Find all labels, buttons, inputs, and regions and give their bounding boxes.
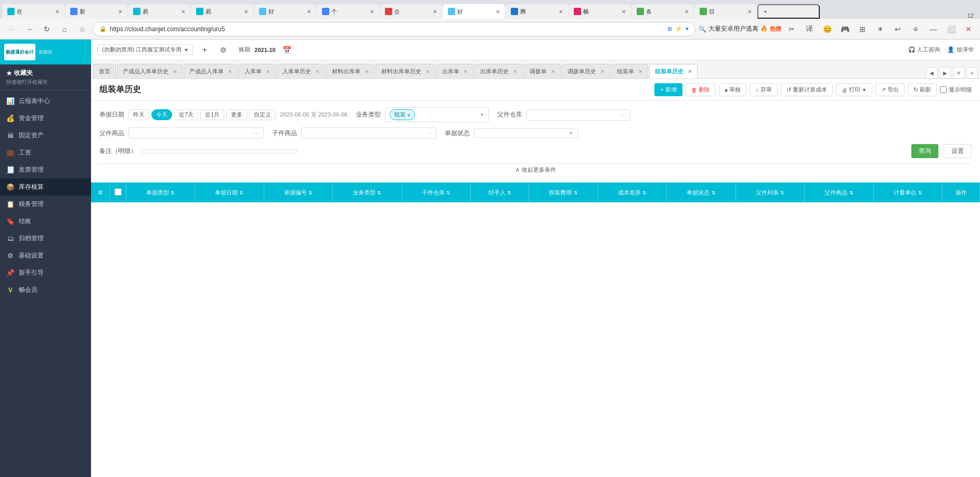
parent-goods-input[interactable]: ··· xyxy=(128,127,264,139)
th-parent-goods-sort[interactable]: ⇅ xyxy=(849,190,854,196)
sidebar-item-archive[interactable]: 🗂 归档管理 xyxy=(0,230,91,247)
new-btn[interactable]: + 新增 xyxy=(654,83,682,96)
sidebar-item-guide[interactable]: 📌 新手引导 xyxy=(0,264,91,281)
th-disassembly-cost[interactable]: 拆装费用 ⇅ xyxy=(529,183,598,202)
tab-menu-btn[interactable]: ≡ xyxy=(966,67,978,79)
page-tab-material-out-history[interactable]: 材料出库单历史 ✕ xyxy=(376,64,435,79)
browser-tab-7[interactable]: 企 ✕ xyxy=(380,4,442,19)
sidebar-item-fixed-assets[interactable]: 🏛 固定资产 xyxy=(0,127,91,144)
th-disassembly-cost-sort[interactable]: ⇅ xyxy=(574,190,578,196)
parent-warehouse-dots[interactable]: ··· xyxy=(621,111,626,119)
tab-close-4[interactable]: ✕ xyxy=(244,9,248,15)
browser-tab-11[interactable]: 各 ✕ xyxy=(631,4,694,19)
th-bill-no[interactable]: 单据编号 ⇅ xyxy=(264,183,333,202)
tab-close-transfer[interactable]: ✕ xyxy=(551,69,555,74)
company-selector[interactable]: (勿删勿禁用) 江西服宝测试专用 ▼ xyxy=(97,44,193,55)
child-goods-dots[interactable]: ··· xyxy=(427,130,432,137)
more-btn[interactable]: 更多 xyxy=(226,109,247,120)
parent-warehouse-input[interactable]: ··· xyxy=(526,109,630,121)
sidebar-favorite-sub[interactable]: 快捷键打开收藏夹 xyxy=(6,79,85,86)
page-tab-assembly[interactable]: 组装单 ✕ xyxy=(611,64,648,79)
dropdown-icon[interactable]: ▾ xyxy=(686,25,689,32)
show-detail-checkbox-container[interactable]: 显示明细 xyxy=(940,86,972,94)
th-unit-sort[interactable]: ⇅ xyxy=(918,190,922,196)
tab-close-out-order[interactable]: ✕ xyxy=(463,69,468,74)
unaudit-btn[interactable]: ○ 弃审 xyxy=(750,83,778,96)
sidebar-item-invoice[interactable]: 🧾 发票管理 xyxy=(0,161,91,178)
sidebar-item-tax[interactable]: 📋 税务管理 xyxy=(0,196,91,213)
page-tab-transfer-history[interactable]: 调拨单历史 ✕ xyxy=(562,64,610,79)
sidebar-item-settings[interactable]: ⚙ 基础设置 xyxy=(0,247,91,264)
browser-tab-8[interactable]: 好 ✕ xyxy=(443,4,505,19)
page-tab-prod-in-history[interactable]: 产成品入库单历史 ✕ xyxy=(117,64,183,79)
delete-btn[interactable]: 🗑 删除 xyxy=(686,83,716,96)
back-btn[interactable]: ← xyxy=(4,22,19,36)
calendar-btn[interactable]: 📅 xyxy=(280,43,294,57)
th-cost-diff[interactable]: 成本差异 ⇅ xyxy=(598,183,667,202)
undo-btn[interactable]: ↩ xyxy=(891,22,905,36)
tab-close-6[interactable]: ✕ xyxy=(370,9,374,15)
page-tab-material-out[interactable]: 材料出库单 ✕ xyxy=(326,64,375,79)
minimize-btn[interactable]: — xyxy=(926,22,940,36)
bookmark-btn[interactable]: ☆ xyxy=(75,22,89,36)
today-btn[interactable]: 今天 xyxy=(151,109,172,120)
scissors-btn[interactable]: ✂ xyxy=(784,22,799,36)
sidebar-item-fund-mgmt[interactable]: 💰 资金管理 xyxy=(0,110,91,127)
th-parent-list-sort[interactable]: ⇅ xyxy=(780,190,784,196)
tab-close-assembly[interactable]: ✕ xyxy=(638,69,642,74)
page-tab-assembly-history[interactable]: 组装单历史 ✕ xyxy=(649,64,698,79)
tab-close-material-out-history[interactable]: ✕ xyxy=(425,69,430,74)
query-btn[interactable]: 查询 xyxy=(911,144,938,158)
th-biz-type[interactable]: 业务类型 ⇅ xyxy=(333,183,402,202)
week-btn[interactable]: 近7天 xyxy=(174,109,198,120)
child-goods-input[interactable]: ··· xyxy=(301,127,436,139)
emoji-btn[interactable]: 😊 xyxy=(820,22,834,36)
th-handler-sort[interactable]: ⇅ xyxy=(507,190,511,196)
support-btn[interactable]: 🎧 人工咨询 xyxy=(905,45,943,55)
show-detail-checkbox[interactable] xyxy=(940,86,947,93)
tab-next-btn[interactable]: ▶ xyxy=(939,67,951,79)
month-btn[interactable]: 近1月 xyxy=(200,109,224,120)
menu-btn[interactable]: ≡ xyxy=(908,22,923,36)
page-tab-out-order[interactable]: 出库单 ✕ xyxy=(436,64,473,79)
tab-close-7[interactable]: ✕ xyxy=(433,9,437,15)
export-btn[interactable]: ↗ 导出 xyxy=(875,83,905,96)
th-bill-status-sort[interactable]: ⇅ xyxy=(712,190,716,196)
forward-btn[interactable]: → xyxy=(22,22,36,36)
sidebar-item-member[interactable]: V 畅会员 xyxy=(0,281,91,299)
page-tab-in-order[interactable]: 入库单 ✕ xyxy=(239,64,276,79)
reload-btn[interactable]: ↻ xyxy=(40,22,54,36)
recalc-btn[interactable]: ↺ 重新计算成本 xyxy=(781,83,833,96)
biz-type-dropdown-icon[interactable]: ▼ xyxy=(480,112,484,118)
close-win-btn[interactable]: ✕ xyxy=(961,22,976,36)
browser-tab-1[interactable]: 在 ✕ xyxy=(2,4,65,19)
address-bar[interactable]: 🔒 https://cloud.chanjet.com/accounting/u… xyxy=(93,22,695,36)
tab-prev-btn[interactable]: ◀ xyxy=(926,67,937,79)
tab-close-in-order[interactable]: ✕ xyxy=(266,69,270,74)
th-handler[interactable]: 经手人 ⇅ xyxy=(471,183,529,202)
tab-close-transfer-history[interactable]: ✕ xyxy=(600,69,604,74)
browser-tab-2[interactable]: 新 ✕ xyxy=(65,4,127,19)
tab-close-in-history[interactable]: ✕ xyxy=(315,69,319,74)
grid-btn[interactable]: ⊞ xyxy=(855,22,870,36)
tab-close-assembly-history[interactable]: ✕ xyxy=(688,69,692,74)
game-btn[interactable]: 🎮 xyxy=(837,22,852,36)
audit-btn[interactable]: ● 审核 xyxy=(719,83,747,96)
print-btn[interactable]: 🖨 打印 ▼ xyxy=(836,83,872,96)
sidebar-item-inventory[interactable]: 📦 库存核算 xyxy=(0,178,91,196)
th-checkbox-control[interactable] xyxy=(114,188,122,196)
th-unit[interactable]: 计量单位 ⇅ xyxy=(873,183,943,202)
th-bill-type-sort[interactable]: ⇅ xyxy=(171,190,175,196)
tab-close-2[interactable]: ✕ xyxy=(118,9,122,15)
company-settings-btn[interactable]: ⚙ xyxy=(216,43,230,57)
th-bill-date[interactable]: 单据日期 ⇅ xyxy=(195,183,264,202)
yesterday-btn[interactable]: 昨天 xyxy=(128,109,149,120)
sidebar-item-salary[interactable]: 💼 工资 xyxy=(0,144,91,161)
th-cost-diff-sort[interactable]: ⇅ xyxy=(642,190,647,196)
th-bill-type[interactable]: 单据类型 ⇅ xyxy=(126,183,195,202)
page-tab-out-history[interactable]: 出库单历史 ✕ xyxy=(474,64,523,79)
th-bill-status[interactable]: 单据状态 ⇅ xyxy=(667,183,736,202)
notes-input[interactable] xyxy=(141,149,297,153)
tab-close-10[interactable]: ✕ xyxy=(622,9,626,15)
browser-tab-5[interactable]: 好 ✕ xyxy=(254,4,316,19)
